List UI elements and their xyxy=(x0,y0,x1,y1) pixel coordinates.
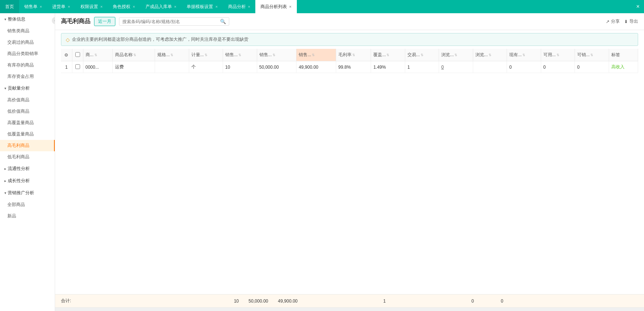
cell-unit: 个 xyxy=(189,61,223,73)
nav-purchase[interactable]: 进货单 × xyxy=(47,0,75,13)
col-sales3[interactable]: 销售... ⇅ xyxy=(296,49,336,61)
sidebar-item-category-rate[interactable]: 商品分类助销率 xyxy=(0,48,55,59)
cell-name: 运费 xyxy=(113,61,155,73)
sidebar-item-all-goods[interactable]: 全部商品 xyxy=(0,199,55,210)
cell-sellable: 0 xyxy=(575,61,609,73)
nav-template[interactable]: 单据模板设置 × xyxy=(181,0,223,13)
col-code[interactable]: 商... ⇅ xyxy=(83,49,113,61)
nav-sales[interactable]: 销售单 × xyxy=(19,0,47,13)
select-all-checkbox[interactable] xyxy=(75,52,80,57)
sort-icon: ⇅ xyxy=(170,53,173,57)
search-box: 🔍 xyxy=(119,17,229,26)
col-sales2[interactable]: 销售... ⇅ xyxy=(257,49,296,61)
export-icon: ⬇ xyxy=(624,19,628,24)
nav-home[interactable]: 首页 xyxy=(0,0,19,13)
col-browse2[interactable]: 浏览... ⇅ xyxy=(473,49,507,61)
footer-spacer2 xyxy=(300,299,359,304)
sidebar-group-marketing: ▾ 营销推广分析 全部商品 新品 xyxy=(0,187,55,222)
row-checkbox[interactable] xyxy=(75,64,80,69)
cell-available: 0 xyxy=(541,61,575,73)
footer-total: 合计: 10 50,000.00 49,900.00 1 0 0 xyxy=(55,294,644,307)
footer-label: 合计: xyxy=(61,298,94,304)
export-button[interactable]: ⬇ 导出 xyxy=(624,18,638,25)
col-name[interactable]: 商品名称 ⇅ xyxy=(113,49,155,61)
sidebar-group-marketing-title[interactable]: ▾ 营销推广分析 xyxy=(0,187,55,199)
arrow-icon-3: ▸ xyxy=(4,167,6,171)
sidebar-item-sales-goods[interactable]: 销售类商品 xyxy=(0,25,55,37)
sort-icon: ⇅ xyxy=(312,53,315,57)
sidebar-item-high-coverage[interactable]: 高覆盖量商品 xyxy=(0,117,55,129)
sort-icon: ⇅ xyxy=(421,53,424,57)
nav-product-analysis-close[interactable]: × xyxy=(248,4,250,9)
sidebar-group-growth-title[interactable]: ▸ 成长性分析 xyxy=(0,175,55,187)
sidebar-item-high-value[interactable]: 高价值商品 xyxy=(0,94,55,106)
sort-icon: ⇅ xyxy=(352,53,355,57)
nav-permission-close[interactable]: × xyxy=(100,4,102,9)
sidebar-group-overview: ▾ 整体信息 销售类商品 交易过的商品 商品分类助销率 有库存的商品 库存资金占… xyxy=(0,13,55,82)
nav-product-inbound[interactable]: 产成品入库单 × xyxy=(140,0,181,13)
table-container: ⚙ 商... ⇅ 商品名称 xyxy=(55,49,644,294)
nav-role-close[interactable]: × xyxy=(133,4,135,9)
data-table: ⚙ 商... ⇅ 商品名称 xyxy=(61,49,638,73)
footer-sales2: 50,000.00 xyxy=(241,299,270,304)
col-gross-margin[interactable]: 毛利率 ⇅ xyxy=(336,49,371,61)
col-unit[interactable]: 计量... ⇅ xyxy=(189,49,223,61)
nav-template-close[interactable]: × xyxy=(215,4,217,9)
footer-val-spacer xyxy=(94,299,212,304)
sort-icon: ⇅ xyxy=(557,53,560,57)
table-header-row: ⚙ 商... ⇅ 商品名称 xyxy=(61,49,638,61)
nav-product-inbound-close[interactable]: × xyxy=(174,4,176,9)
sidebar-item-new-goods[interactable]: 新品 xyxy=(0,210,55,222)
col-sales1[interactable]: 销售... ⇅ xyxy=(223,49,257,61)
col-current[interactable]: 现有... ⇅ xyxy=(507,49,541,61)
bottom-scrollbar[interactable] xyxy=(55,307,644,311)
sidebar-item-traded-goods[interactable]: 交易过的商品 xyxy=(0,37,55,48)
col-spec[interactable]: 规格... ⇅ xyxy=(155,49,189,61)
col-browse1[interactable]: 浏览... ⇅ xyxy=(439,49,473,61)
search-input[interactable] xyxy=(122,19,220,24)
sidebar-item-stock-capital[interactable]: 库存资金占用 xyxy=(0,71,55,82)
nav-role[interactable]: 角色授权 × xyxy=(108,0,140,13)
cell-coverage: 1.49% xyxy=(371,61,405,73)
cell-sales2: 50,000.00 xyxy=(257,61,296,73)
close-all-tabs[interactable]: × xyxy=(632,3,644,10)
top-navigation: 首页 销售单 × 进货单 × 权限设置 × 角色授权 × 产成品入库单 × 单据… xyxy=(0,0,644,13)
sort-icon: ⇅ xyxy=(205,53,208,57)
footer-spacer4 xyxy=(417,299,447,304)
sidebar-item-low-margin[interactable]: 低毛利商品 xyxy=(0,151,55,163)
col-settings[interactable]: ⚙ xyxy=(61,49,72,61)
sidebar-group-contribution-title[interactable]: ▾ 贡献量分析 xyxy=(0,82,55,94)
filter-recent-month[interactable]: 近一月 xyxy=(94,17,115,26)
cell-spec xyxy=(155,61,189,73)
sidebar-group-overview-title[interactable]: ▾ 整体信息 xyxy=(0,13,55,25)
nav-purchase-close[interactable]: × xyxy=(68,4,70,9)
sidebar-group-liquidity: ▸ 流通性分析 xyxy=(0,163,55,175)
main-layout: « ▾ 整体信息 销售类商品 交易过的商品 商品分类助销率 有库存的商品 库存资… xyxy=(0,13,644,311)
sidebar-item-in-stock[interactable]: 有库存的商品 xyxy=(0,59,55,71)
cell-browse1[interactable]: 0 xyxy=(439,61,473,73)
nav-product-analysis-list[interactable]: 商品分析列表 × xyxy=(255,0,296,13)
nav-permission[interactable]: 权限设置 × xyxy=(75,0,108,13)
sidebar-item-low-value[interactable]: 低价值商品 xyxy=(0,106,55,117)
nav-product-analysis[interactable]: 商品分析 × xyxy=(223,0,255,13)
page-title: 高毛利商品 xyxy=(61,18,90,25)
nav-sales-close[interactable]: × xyxy=(40,4,42,9)
sidebar-group-liquidity-title[interactable]: ▸ 流通性分析 xyxy=(0,163,55,175)
arrow-icon-4: ▸ xyxy=(4,179,6,183)
cell-transaction: 1 xyxy=(405,61,439,73)
content-area: 高毛利商品 近一月 🔍 ↗ 分享 ⬇ 导出 ◇ 企业的主要的利润都是这部分商品创… xyxy=(55,13,644,311)
sidebar-item-low-coverage[interactable]: 低覆盖量商品 xyxy=(0,129,55,140)
cell-current: 0 xyxy=(507,61,541,73)
search-icon[interactable]: 🔍 xyxy=(220,19,226,24)
sort-icon: ⇅ xyxy=(386,53,389,57)
sidebar-item-high-margin[interactable]: 高毛利商品 xyxy=(0,140,55,151)
col-available[interactable]: 可用... ⇅ xyxy=(541,49,575,61)
nav-product-analysis-list-close[interactable]: × xyxy=(289,4,291,9)
col-coverage[interactable]: 覆盖... ⇅ xyxy=(371,49,405,61)
footer-current: 0 xyxy=(447,299,476,304)
arrow-icon-2: ▾ xyxy=(4,86,6,90)
footer-available: 0 xyxy=(476,299,506,304)
share-button[interactable]: ↗ 分享 xyxy=(606,18,620,25)
col-transaction[interactable]: 交易... ⇅ xyxy=(405,49,439,61)
col-sellable[interactable]: 可销... ⇅ xyxy=(575,49,609,61)
